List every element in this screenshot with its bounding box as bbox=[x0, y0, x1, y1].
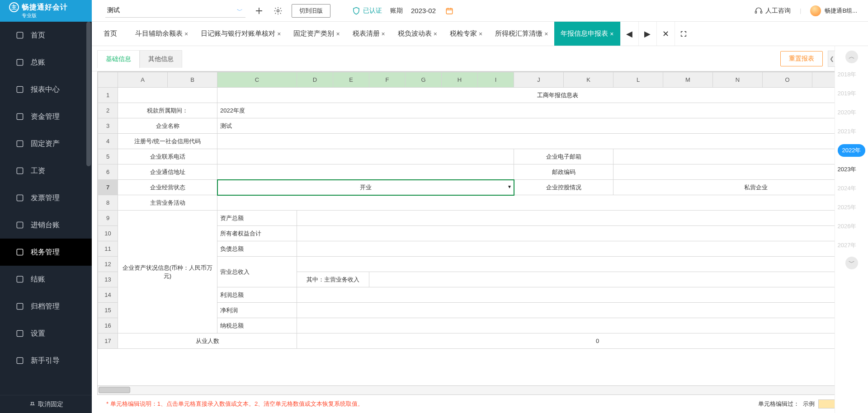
sidebar-item-archive[interactable]: 归档管理 bbox=[0, 293, 92, 320]
period-value[interactable]: 2023-02 bbox=[411, 7, 436, 14]
tab-4[interactable]: 税负波动表 × bbox=[392, 22, 443, 46]
row-header[interactable]: 4 bbox=[98, 134, 118, 149]
col-header-M[interactable]: M bbox=[663, 72, 713, 88]
year-2019年[interactable]: 2019年 bbox=[838, 84, 866, 103]
dropdown-caret-icon[interactable]: ▾ bbox=[508, 183, 511, 190]
user-menu[interactable]: 畅捷通B组... bbox=[810, 5, 857, 16]
row-header[interactable]: 13 bbox=[98, 272, 118, 287]
year-2026年[interactable]: 2026年 bbox=[838, 217, 866, 236]
subtab-basic[interactable]: 基础信息 bbox=[97, 50, 140, 68]
status-value[interactable]: 开业▾ bbox=[217, 180, 514, 195]
close-icon[interactable]: × bbox=[434, 30, 437, 38]
tabs-scroll-right[interactable]: ▶ bbox=[638, 22, 656, 46]
email-value[interactable] bbox=[613, 149, 855, 164]
close-icon[interactable]: × bbox=[277, 30, 281, 38]
reg-code-value[interactable] bbox=[217, 134, 855, 149]
tab-3[interactable]: 税表清册 × bbox=[346, 22, 392, 46]
tabs-close-all[interactable]: ✕ bbox=[656, 22, 675, 46]
revenue-label[interactable]: 营业总收入 bbox=[217, 257, 297, 287]
col-header-H[interactable]: H bbox=[442, 72, 478, 88]
year-panel-collapse[interactable]: ❮ bbox=[828, 51, 835, 67]
employees-label[interactable]: 从业人数 bbox=[118, 333, 297, 349]
row-header[interactable]: 15 bbox=[98, 303, 118, 318]
col-header-F[interactable]: F bbox=[369, 72, 406, 88]
company-name-label[interactable]: 企业名称 bbox=[118, 118, 217, 134]
year-up-button[interactable]: ︿ bbox=[845, 51, 858, 63]
col-header-K[interactable]: K bbox=[564, 72, 613, 88]
col-header-N[interactable]: N bbox=[713, 72, 763, 88]
profit-label[interactable]: 利润总额 bbox=[217, 287, 297, 303]
sidebar-scrollbar[interactable] bbox=[86, 22, 91, 413]
sidebar-item-wallet[interactable]: 资金管理 bbox=[0, 103, 92, 130]
tab-0[interactable]: 斗目辅助余额表 × bbox=[129, 22, 194, 46]
row-header[interactable]: 8 bbox=[98, 195, 118, 211]
tab-1[interactable]: 日记账与银行对账单核对 × bbox=[194, 22, 287, 46]
col-header-G[interactable]: G bbox=[406, 72, 442, 88]
revenue-value[interactable] bbox=[297, 257, 855, 272]
sidebar-item-lock[interactable]: 结账 bbox=[0, 266, 92, 293]
sidebar-item-home[interactable]: 首页 bbox=[0, 22, 92, 49]
address-label[interactable]: 企业通信地址 bbox=[118, 164, 217, 180]
employees-value[interactable]: 0 bbox=[297, 333, 855, 349]
tab-7[interactable]: 年报信息申报表 × bbox=[554, 22, 620, 46]
period-value-cell[interactable]: 2022年度 bbox=[217, 103, 855, 118]
holding-value[interactable]: 私营企业 bbox=[613, 180, 855, 195]
phone-label[interactable]: 企业联系电话 bbox=[118, 149, 217, 164]
status-label[interactable]: 企业经营状态 bbox=[118, 180, 217, 195]
main-revenue-label[interactable]: 其中：主营业务收入 bbox=[297, 272, 369, 287]
close-icon[interactable]: × bbox=[336, 30, 340, 38]
close-icon[interactable]: × bbox=[184, 30, 188, 38]
tab-6[interactable]: 所得税汇算清缴 × bbox=[489, 22, 554, 46]
close-icon[interactable]: × bbox=[610, 30, 613, 38]
year-2025年[interactable]: 2025年 bbox=[838, 198, 866, 217]
year-down-button[interactable]: ﹀ bbox=[845, 257, 858, 269]
cell[interactable] bbox=[118, 88, 217, 103]
main-revenue-value[interactable] bbox=[369, 272, 855, 287]
row-header[interactable]: 2 bbox=[98, 103, 118, 118]
year-2027年[interactable]: 2027年 bbox=[838, 236, 866, 255]
main-biz-value[interactable] bbox=[217, 195, 855, 211]
fullscreen-button[interactable] bbox=[675, 22, 693, 46]
row-header[interactable]: 11 bbox=[98, 241, 118, 257]
col-header-D[interactable]: D bbox=[297, 72, 333, 88]
total-assets-label[interactable]: 资产总额 bbox=[217, 211, 297, 226]
add-button[interactable] bbox=[254, 5, 264, 16]
sidebar-item-chart[interactable]: 报表中心 bbox=[0, 76, 92, 103]
holding-label[interactable]: 企业控股情况 bbox=[514, 180, 613, 195]
sidebar-item-gear[interactable]: 设置 bbox=[0, 320, 92, 347]
settings-icon[interactable] bbox=[273, 5, 283, 16]
company-selector[interactable]: ﹀ bbox=[105, 4, 245, 18]
equity-value[interactable] bbox=[297, 226, 855, 241]
sidebar-item-pay[interactable]: 工资 bbox=[0, 157, 92, 184]
row-header[interactable]: 6 bbox=[98, 164, 118, 180]
sidebar-item-more[interactable] bbox=[0, 374, 92, 382]
row-header[interactable]: 17 bbox=[98, 333, 118, 349]
company-name-value[interactable]: 测试 bbox=[217, 118, 855, 134]
col-header-J[interactable]: J bbox=[514, 72, 564, 88]
support-link[interactable]: 人工咨询 bbox=[755, 7, 791, 15]
zip-label[interactable]: 邮政编码 bbox=[514, 164, 613, 180]
col-header-I[interactable]: I bbox=[478, 72, 514, 88]
zip-value[interactable] bbox=[613, 164, 855, 180]
liabilities-label[interactable]: 负债总额 bbox=[217, 241, 297, 257]
sidebar-item-guide[interactable]: 新手引导 bbox=[0, 347, 92, 374]
close-icon[interactable]: × bbox=[479, 30, 482, 38]
close-icon[interactable]: × bbox=[544, 30, 548, 38]
net-profit-label[interactable]: 净利润 bbox=[217, 303, 297, 318]
tax-total-label[interactable]: 纳税总额 bbox=[217, 318, 297, 333]
reset-report-button[interactable]: 重置报表 bbox=[780, 51, 823, 66]
liabilities-value[interactable] bbox=[297, 241, 855, 257]
year-2018年[interactable]: 2018年 bbox=[838, 65, 866, 84]
col-header-A[interactable]: A bbox=[118, 72, 168, 88]
row-header[interactable]: 5 bbox=[98, 149, 118, 164]
sidebar-item-tax[interactable]: 税务管理 bbox=[0, 239, 92, 266]
company-input[interactable] bbox=[105, 4, 245, 18]
horizontal-scrollbar[interactable] bbox=[97, 386, 854, 395]
col-header-O[interactable]: O bbox=[763, 72, 812, 88]
main-biz-label[interactable]: 主营业务活动 bbox=[118, 195, 217, 211]
equity-label[interactable]: 所有者权益合计 bbox=[217, 226, 297, 241]
spreadsheet[interactable]: ABCDEFGHIJKLMNOPQ 1工商年报信息表2税款所属期间：2022年度… bbox=[97, 71, 854, 386]
unpin-button[interactable]: 取消固定 bbox=[0, 395, 92, 413]
period-label-cell[interactable]: 税款所属期间： bbox=[118, 103, 217, 118]
col-header-E[interactable]: E bbox=[333, 72, 369, 88]
